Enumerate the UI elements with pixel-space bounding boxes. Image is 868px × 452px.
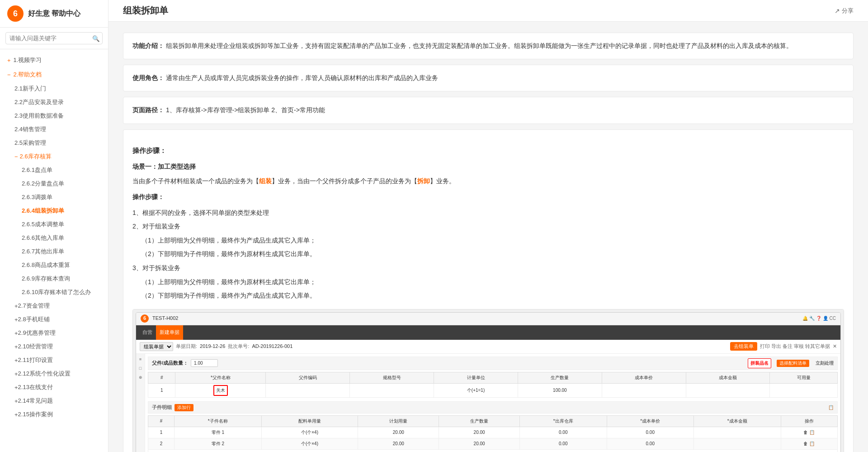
lcol-check: # <box>148 416 175 427</box>
mock-type-select[interactable]: 组装单据 拆卸单据 <box>140 342 173 351</box>
sidebar-item-purchase[interactable]: 2.5采购管理 <box>0 136 108 150</box>
sidebar-item-install[interactable]: 2.2产品安装及登录 <box>0 95 108 109</box>
sidebar-item-ledger-query[interactable]: 2.6.9库存账本查询 <box>0 272 108 285</box>
table-row: 1 关木 个(+1=1) 100.00 <box>148 383 838 397</box>
sidebar-item-ledger-fix[interactable]: 2.6.10库存账本错了怎么办 <box>0 285 108 299</box>
td-8 <box>686 383 770 397</box>
share-button[interactable]: ↗ 分享 <box>835 7 854 15</box>
mock-confirm-btn[interactable]: 立刻处理 <box>816 359 834 367</box>
td-2: 关木 <box>175 383 266 397</box>
ltd2-3: 个(个×4) <box>261 438 358 450</box>
table-row: 1 零件 1 个(个×4) 20.00 20.00 0.00 0.00 <box>148 427 838 438</box>
ltd2-7: 0.00 <box>607 438 694 450</box>
sidebar-item-data-prep[interactable]: 2.3使用前数据准备 <box>0 109 108 123</box>
plus-icon-cust: + <box>14 371 18 377</box>
sidebar-item-manage[interactable]: + 2.10经营管理 <box>0 340 108 353</box>
ltd2-6: 0.00 <box>520 438 607 450</box>
col-parent-code: *父件名称 <box>175 372 266 383</box>
role-block: 使用角色： 通常由生产人员或库管人员完成拆装业务的操作，库管人员确认原材料的出库… <box>123 65 854 91</box>
sidebar-item-cost-adj[interactable]: 2.6.5成本调整单 <box>0 218 108 231</box>
sidebar-item-assembly[interactable]: 2.6.4组装拆卸单 <box>0 204 108 218</box>
ltd2-5: 20.00 <box>439 438 520 450</box>
mock-lower-label: 子件明细 <box>152 403 172 412</box>
mock-icon-2: □ <box>139 365 142 372</box>
plus-icon-mob: + <box>14 316 18 323</box>
ops-steps-label: 操作步骤： <box>132 191 844 203</box>
sidebar-item-coupon[interactable]: + 2.9优惠券管理 <box>0 326 108 340</box>
ltd-8 <box>694 427 781 438</box>
mock-select-btn[interactable]: 选择配料清单 <box>777 360 809 367</box>
step-3: 3、对于拆装业务 <box>132 262 844 274</box>
sidebar-item-finance[interactable]: + 2.7资金管理 <box>0 299 108 313</box>
td-6: 100.00 <box>518 383 602 397</box>
plus-icon-cases: + <box>14 411 18 418</box>
search-input[interactable] <box>5 32 103 44</box>
sidebar-item-inventory[interactable]: − 2.6库存核算 <box>0 150 108 163</box>
sidebar-item-newbie[interactable]: 2.1新手入门 <box>0 82 108 95</box>
ltd-4: 20.00 <box>358 427 439 438</box>
mock-nav-home[interactable]: 自营 <box>139 325 156 340</box>
mock-icon-1: ≡ <box>139 356 142 363</box>
mock-qty-input[interactable] <box>191 359 218 367</box>
scene1-title: 场景一：加工类型选择 <box>132 161 844 172</box>
plus-icon-pay: + <box>14 384 18 391</box>
ltd-3: 个(个×4) <box>261 427 358 438</box>
share-icon: ↗ <box>835 7 840 14</box>
mock-lower-header: 子件明细 添加行 📋 <box>148 401 838 414</box>
plus-icon-fin: + <box>14 303 18 309</box>
mock-icons: 🔔 🔧 ❓ 👤 CC <box>802 314 836 323</box>
scene1-desc: 当由多个子件材料组装成一个成品的业务为【组装】业务，当由一个父件拆分成多个子产品… <box>132 175 844 187</box>
col-parent-name: 父件编码 <box>266 372 350 383</box>
ltd-2: 零件 1 <box>175 427 262 438</box>
page-title: 组装拆卸单 <box>123 5 168 17</box>
col-check: # <box>148 372 175 383</box>
step2-sublist: （1）上部明细为父件明细，最终作为产成品生成其它入库单； （2）下部明细为子件明… <box>142 234 844 260</box>
sidebar-item-customize[interactable]: + 2.12系统个性化设置 <box>0 367 108 381</box>
plus-icon-mng: + <box>14 343 18 350</box>
col-cost: 成本单价 <box>602 372 686 383</box>
mock-assembly-btn[interactable]: 去组装单 <box>730 342 757 351</box>
sidebar-item-stocktake[interactable]: 2.6.1盘点单 <box>0 163 108 177</box>
intro-block: 功能介绍： 组装拆卸单用来处理企业组装或拆卸等加工业务，支持有固定装配清单的产品… <box>123 33 854 59</box>
mock-date-val: 2019-12-26 <box>200 342 225 351</box>
sidebar-item-partial-stocktake[interactable]: 2.6.2分量盘点单 <box>0 177 108 190</box>
screenshot-image: 6 TEST-H002 🔔 🔧 ❓ 👤 CC 自营 新建单据 <box>132 309 844 452</box>
mock-toolbar: 组装单据 拆卸单据 单据日期: 2019-12-26 批次单号: AD-2019… <box>136 340 840 354</box>
sidebar-item-sales[interactable]: 2.4销售管理 <box>0 123 108 136</box>
step-2-1: （1）上部明细为父件明细，最终作为产成品生成其它入库单； <box>142 234 844 247</box>
mock-bom-input[interactable]: 拼装品名 <box>748 358 771 368</box>
td-3 <box>266 383 350 397</box>
sidebar-item-cost-recalc[interactable]: 2.6.8商品成本重算 <box>0 258 108 272</box>
sidebar-item-other-out[interactable]: 2.6.7其他出库单 <box>0 245 108 258</box>
search-button[interactable]: 🔍 <box>92 35 100 42</box>
ltd-5: 20.00 <box>439 427 520 438</box>
mock-logo: 6 <box>141 314 149 323</box>
step-1: 1、根据不同的业务，选择不同单据的类型来处理 <box>132 207 844 219</box>
path-block: 页面路径： 1、库存核算->库存管理->组装拆卸单 2、首页->常用功能 <box>123 97 854 124</box>
content-area: 功能介绍： 组装拆卸单用来处理企业组装或拆卸等加工业务，支持有固定装配清单的产品… <box>108 22 868 452</box>
mock-nav-new[interactable]: 新建单据 <box>156 325 183 340</box>
sidebar-item-cases[interactable]: + 2.15操作案例 <box>0 408 108 421</box>
mock-main-body: 父件/成品数量： 拼装品名 选择配料清单 立刻处理 <box>145 354 840 452</box>
sidebar-item-print[interactable]: + 2.11打印设置 <box>0 353 108 367</box>
sidebar-item-mobile[interactable]: + 2.8手机旺铺 <box>0 313 108 326</box>
col-qty: 生产数量 <box>518 372 602 383</box>
sidebar-item-other-in[interactable]: 2.6.6其他入库单 <box>0 231 108 245</box>
plus-icon-prn: + <box>14 357 18 364</box>
lcol-child-code: *子件名称 <box>175 416 262 427</box>
step-3-2: （2）下部明细为子件明细，最终作为产成品生成其它入库单。 <box>142 290 844 302</box>
ltd-6: 0.00 <box>520 427 607 438</box>
col-avail: 可用量 <box>770 372 838 383</box>
sidebar-item-transfer[interactable]: 2.6.3调拨单 <box>0 190 108 204</box>
mock-close[interactable]: ✕ <box>833 342 837 351</box>
sidebar-item-docs[interactable]: − 2.帮助文档 <box>0 67 108 82</box>
table-row <box>148 450 838 452</box>
sidebar-item-video[interactable]: + 1.视频学习 <box>0 53 108 67</box>
sidebar-item-faq[interactable]: + 2.14常见问题 <box>0 394 108 408</box>
screenshot-inner: 6 TEST-H002 🔔 🔧 ❓ 👤 CC 自营 新建单据 <box>133 309 844 452</box>
td-1: 1 <box>148 383 175 397</box>
logo-text: 好生意 帮助中心 <box>28 9 80 19</box>
sidebar-item-payment[interactable]: + 2.13在线支付 <box>0 381 108 394</box>
step-3-1: （1）上部明细为父件明细，最终作为原材料生成其它出库单； <box>142 276 844 288</box>
mock-add-row-btn[interactable]: 添加行 <box>175 404 193 411</box>
